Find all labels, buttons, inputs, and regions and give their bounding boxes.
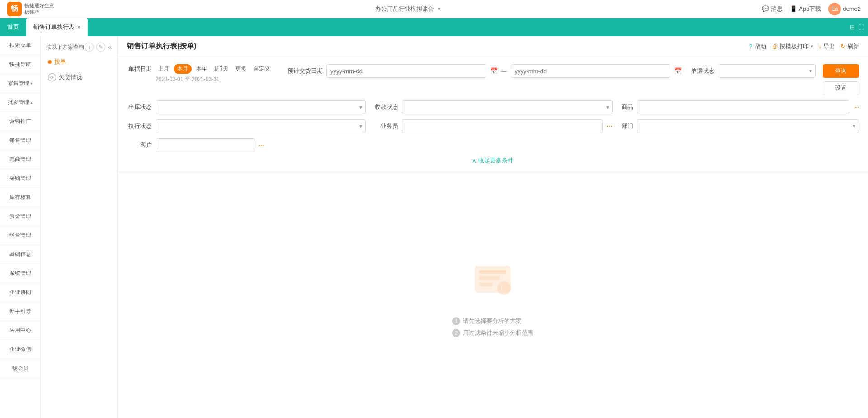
- logo-area: 畅 畅捷通好生意 标账版: [7, 2, 54, 16]
- salesperson-input[interactable]: [402, 119, 603, 133]
- edit-scheme-btn[interactable]: ✎: [96, 43, 105, 52]
- wholesale-expand-icon: ▴: [30, 100, 33, 105]
- message-btn[interactable]: 💬 消息: [762, 5, 783, 13]
- delivery-status-wrapper: [156, 100, 366, 114]
- print-btn[interactable]: 🖨 按模板打印 ▾: [772, 43, 813, 51]
- department-select[interactable]: [637, 119, 859, 133]
- goods-field: 商品 ···: [620, 100, 859, 114]
- date-tag-7days[interactable]: 近7天: [212, 64, 231, 74]
- date-tag-custom[interactable]: 自定义: [251, 64, 273, 74]
- payment-status-field: 收款状态: [373, 100, 612, 114]
- expected-date-end[interactable]: [511, 64, 671, 78]
- sidebar-item-retail[interactable]: 零售管理 ▾: [0, 74, 40, 93]
- sidebar-item-basic[interactable]: 基础信息: [0, 245, 40, 264]
- query-button[interactable]: 查询: [823, 64, 859, 78]
- avatar: Ea: [828, 3, 841, 15]
- app-download-btn[interactable]: 📱 App下载: [790, 5, 821, 13]
- sidebar-item-sys[interactable]: 系统管理: [0, 264, 40, 283]
- sidebar-item-search-menu[interactable]: 搜索菜单: [0, 36, 40, 55]
- department-wrapper: [637, 119, 859, 133]
- help-btn[interactable]: ? 帮助: [749, 43, 766, 51]
- nav-dropdown-icon[interactable]: ▾: [438, 5, 441, 12]
- print-dropdown-icon: ▾: [811, 43, 813, 49]
- payment-status-select[interactable]: [402, 100, 612, 114]
- tab-bar: 首页 销售订单执行表 × ⊟ ⛶: [0, 18, 868, 36]
- main-layout: 搜索菜单 快捷导航 零售管理 ▾ 批发管理 ▴ 营销推广 销售管理 电商管理 采…: [0, 36, 868, 418]
- settings-button[interactable]: 设置: [823, 81, 859, 95]
- sidebar-item-inventory[interactable]: 库存核算: [0, 188, 40, 207]
- user-menu[interactable]: Ea demo2: [828, 3, 861, 15]
- sidebar-item-newbie[interactable]: 新手引导: [0, 302, 40, 321]
- collapse-panel-btn[interactable]: «: [108, 43, 112, 51]
- filter-panel-title: 按以下方案查询: [46, 43, 84, 51]
- date-tag-last-month[interactable]: 上月: [156, 64, 172, 74]
- sidebar-item-marketing[interactable]: 营销推广: [0, 112, 40, 131]
- date-tag-this-month[interactable]: 本月: [174, 64, 192, 74]
- export-btn[interactable]: ↓ 导出: [819, 43, 835, 51]
- sidebar-item-member[interactable]: 畅会员: [0, 359, 40, 378]
- delivery-status-select[interactable]: [156, 100, 366, 114]
- sidebar-item-enterprise[interactable]: 企业协同: [0, 283, 40, 302]
- exec-status-field: 执行状态: [127, 119, 366, 133]
- quick-nav-label: 快捷导航: [2, 61, 38, 68]
- order-status-select[interactable]: [718, 64, 816, 78]
- calendar-icon-end[interactable]: 📅: [674, 67, 682, 75]
- filter-item-debt[interactable]: ⟳ 欠货情况: [41, 70, 117, 85]
- customer-input[interactable]: [156, 138, 255, 152]
- sidebar-item-wholesale[interactable]: 批发管理 ▴: [0, 93, 40, 112]
- customer-ellipsis-btn[interactable]: ···: [259, 141, 264, 149]
- exec-status-select[interactable]: [156, 119, 366, 133]
- filter-panel-header: 按以下方案查询 + ✎ «: [41, 40, 117, 54]
- right-buttons: 查询 设置: [823, 64, 859, 95]
- filter-circle-icon: ⟳: [48, 73, 56, 81]
- tab-home[interactable]: 首页: [0, 18, 26, 36]
- sidebar-item-operation[interactable]: 经营管理: [0, 226, 40, 245]
- sidebar-item-enterprise-wx[interactable]: 企业微信: [0, 340, 40, 359]
- refresh-btn[interactable]: ↻ 刷新: [840, 43, 859, 51]
- sidebar-item-purchase[interactable]: 采购管理: [0, 169, 40, 188]
- collapse-icon: ∧: [472, 157, 476, 164]
- sidebar-item-quick-nav[interactable]: 快捷导航: [0, 55, 40, 74]
- date-field-group: 单据日期 上月 本月 本年 近7天 更多 自定义 2023-03-0: [127, 64, 280, 83]
- goods-ellipsis-btn[interactable]: ···: [853, 103, 859, 111]
- top-bar-left: 畅 畅捷通好生意 标账版: [7, 2, 54, 16]
- empty-hints: 1 请先选择要分析的方案 2 用过滤条件来缩小分析范围: [452, 315, 533, 339]
- filter-item-press-order[interactable]: 按单: [41, 54, 117, 70]
- empty-illustration: !: [466, 252, 520, 306]
- hint-num-2: 2: [452, 329, 460, 337]
- sidebar-item-sales[interactable]: 销售管理: [0, 131, 40, 150]
- sidebar-item-finance[interactable]: 资金管理: [0, 207, 40, 226]
- tab-close-btn[interactable]: ×: [77, 24, 80, 30]
- print-icon: 🖨: [772, 43, 778, 50]
- export-icon: ↓: [819, 43, 822, 50]
- payment-status-wrapper: [402, 100, 612, 114]
- svg-rect-2: [479, 276, 500, 280]
- calendar-icon-start[interactable]: 📅: [490, 67, 498, 75]
- goods-label: 商品: [620, 103, 633, 111]
- date-tag-this-year[interactable]: 本年: [193, 64, 210, 74]
- order-status-select-wrapper: [718, 64, 816, 78]
- svg-rect-1: [479, 270, 506, 274]
- goods-input[interactable]: [637, 100, 849, 114]
- sidebar-item-app-center[interactable]: 应用中心: [0, 321, 40, 340]
- department-field: 部门: [620, 119, 859, 133]
- tab-expand-icon[interactable]: ⛶: [859, 24, 864, 31]
- expected-date-field: 预计交货日期 📅 — 📅: [288, 64, 682, 78]
- date-sep: —: [501, 68, 507, 75]
- tab-minimize-icon[interactable]: ⊟: [850, 24, 855, 31]
- expected-date-start[interactable]: [326, 64, 486, 78]
- department-label: 部门: [620, 122, 633, 130]
- add-scheme-btn[interactable]: +: [85, 43, 94, 52]
- delivery-status-label: 出库状态: [127, 103, 152, 111]
- customer-label: 客户: [127, 141, 152, 149]
- order-status-label: 单据状态: [689, 67, 714, 75]
- collapse-btn[interactable]: ∧ 收起更多条件: [472, 157, 514, 165]
- collapse-row: ∧ 收起更多条件: [127, 157, 859, 165]
- date-tag-more[interactable]: 更多: [233, 64, 249, 74]
- salesperson-ellipsis-btn[interactable]: ···: [606, 122, 612, 130]
- delivery-status-field: 出库状态: [127, 100, 366, 114]
- date-row: 单据日期 上月 本月 本年 近7天 更多 自定义: [127, 64, 280, 74]
- sidebar-item-ecommerce[interactable]: 电商管理: [0, 150, 40, 169]
- tab-active[interactable]: 销售订单执行表 ×: [26, 18, 88, 36]
- top-bar: 畅 畅捷通好生意 标账版 办公用品行业模拟账套 ▾ 💬 消息 📱 App下载 E…: [0, 0, 868, 18]
